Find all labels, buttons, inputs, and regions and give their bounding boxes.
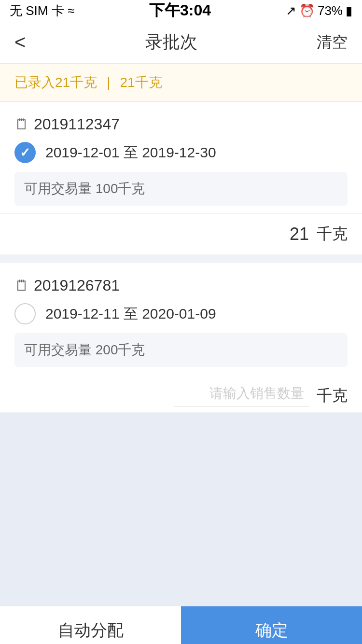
status-right: ↗ ⏰ 73% ▮ <box>286 3 352 18</box>
batch-2-id: 2019126781 <box>34 277 120 294</box>
batch-2-date-row: 2019-12-11 至 2020-01-09 <box>0 299 362 328</box>
batch-2-input-area: 请输入销售数量 <box>14 384 309 407</box>
status-bar: 无 SIM 卡 ≈ 下午3:04 ↗ ⏰ 73% ▮ <box>0 0 362 21</box>
batch-card-1: 🗒 2019112347 2019-12-01 至 2019-12-30 可用交… <box>0 102 362 254</box>
alarm-icon: ⏰ <box>299 3 315 18</box>
batch-2-checkbox[interactable] <box>14 303 36 324</box>
bottom-buttons: 自动分配 确定 <box>0 606 362 644</box>
batch-1-header: 🗒 2019112347 <box>0 102 362 138</box>
batch-2-input-underline <box>174 406 309 407</box>
batch-1-checkbox[interactable] <box>14 142 36 163</box>
back-button[interactable]: < <box>14 31 26 53</box>
batch-1-available: 可用交易量 100千克 <box>14 172 348 206</box>
status-time: 下午3:04 <box>149 0 211 21</box>
confirm-button[interactable]: 确定 <box>181 606 362 644</box>
batch-card-2: 🗒 2019126781 2019-12-11 至 2020-01-09 可用交… <box>0 263 362 412</box>
info-amount: 21千克 <box>120 73 162 92</box>
batch-1-quantity-unit: 千克 <box>317 224 348 245</box>
no-sim-text: 无 SIM 卡 ≈ <box>10 2 74 19</box>
section-separator <box>0 255 362 263</box>
location-icon: ↗ <box>286 3 296 18</box>
gray-area <box>0 413 362 606</box>
battery-icon: ▮ <box>346 3 352 18</box>
auto-distribute-button[interactable]: 自动分配 <box>0 606 181 644</box>
batch-2-date: 2019-12-11 至 2020-01-09 <box>45 304 216 324</box>
status-left: 无 SIM 卡 ≈ <box>10 2 74 19</box>
info-banner: 已录入21千克 | 21千克 <box>0 64 362 102</box>
batch-1-date: 2019-12-01 至 2019-12-30 <box>45 143 216 163</box>
batch-2-header: 🗒 2019126781 <box>0 263 362 299</box>
batch-2-input-placeholder[interactable]: 请输入销售数量 <box>14 384 309 403</box>
batch-2-input-row: 请输入销售数量 千克 <box>0 375 362 412</box>
batch-2-available: 可用交易量 200千克 <box>14 333 348 367</box>
batch-1-quantity-row: 21 千克 <box>0 213 362 254</box>
battery-text: 73% <box>318 3 343 18</box>
batch-2-unit: 千克 <box>317 385 348 406</box>
batch-1-date-row: 2019-12-01 至 2019-12-30 <box>0 138 362 167</box>
info-divider: | <box>107 75 110 90</box>
batch-1-icon: 🗒 <box>14 116 29 133</box>
clear-button[interactable]: 清空 <box>317 32 348 53</box>
nav-bar: < 录批次 清空 <box>0 21 362 64</box>
recorded-label: 已录入21千克 <box>14 73 97 92</box>
page-title: 录批次 <box>145 30 197 54</box>
batch-1-id: 2019112347 <box>34 115 120 133</box>
batch-1-quantity-value: 21 <box>290 224 309 244</box>
batch-2-icon: 🗒 <box>14 278 29 294</box>
